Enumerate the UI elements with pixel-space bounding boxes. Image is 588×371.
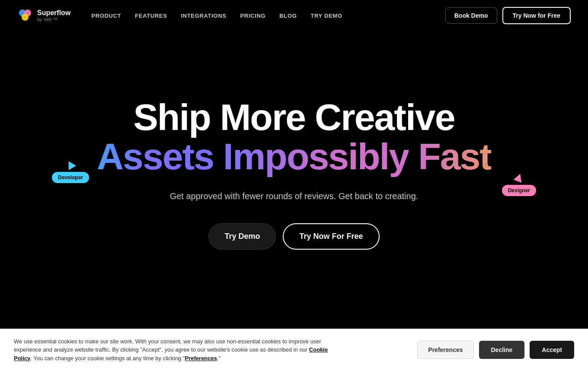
nav-blog[interactable]: BLOG — [279, 13, 297, 19]
cookie-message: We use essential cookies to make our sit… — [14, 338, 321, 353]
nav-links: PRODUCT FEATURES INTEGRATIONS PRICING BL… — [91, 13, 445, 19]
brand-name: Superflow — [37, 9, 70, 17]
navbar: Superflow by Velt ™ PRODUCT FEATURES INT… — [0, 0, 588, 31]
hero-fast-word: Fast — [418, 136, 491, 177]
hero-subtext: Get approved with fewer rounds of review… — [170, 190, 419, 203]
hero-assets-word: Assets — [97, 136, 214, 177]
nav-product[interactable]: PRODUCT — [91, 13, 121, 19]
hero-headline-line1: Ship More Creative — [134, 98, 455, 136]
brand-sub: by Velt ™ — [37, 17, 70, 22]
nav-integrations[interactable]: INTEGRATIONS — [181, 13, 226, 19]
developer-chip: Developer — [52, 172, 89, 183]
cookie-message-end: ." — [217, 355, 220, 361]
hero-section: Developer Designer Ship More Creative As… — [0, 31, 588, 308]
hero-impossibly-word: Impossibly — [223, 136, 409, 177]
accept-button[interactable]: Accept — [530, 341, 574, 359]
logo-icon — [17, 8, 33, 23]
try-now-free-nav-button[interactable]: Try Now for Free — [502, 7, 571, 24]
nav-try-demo[interactable]: TRY DEMO — [310, 13, 342, 19]
try-now-free-hero-button[interactable]: Try Now For Free — [283, 223, 379, 250]
nav-features[interactable]: FEATURES — [135, 13, 167, 19]
logo-text: Superflow by Velt ™ — [37, 9, 70, 22]
svg-point-2 — [22, 14, 29, 21]
decline-button[interactable]: Decline — [479, 341, 525, 359]
cursor-blue-icon — [65, 159, 76, 170]
hero-cta-buttons: Try Demo Try Now For Free — [208, 223, 379, 250]
cookie-message-suffix: . You can change your cookie settings at… — [30, 355, 185, 361]
book-demo-button[interactable]: Book Demo — [445, 7, 497, 24]
cookie-banner: We use essential cookies to make our sit… — [0, 329, 588, 371]
designer-chip: Designer — [502, 185, 536, 196]
cursor-pink-icon — [514, 172, 524, 183]
designer-badge: Designer — [502, 174, 536, 196]
preferences-button[interactable]: Preferences — [417, 341, 473, 359]
logo-link[interactable]: Superflow by Velt ™ — [17, 8, 70, 23]
cookie-buttons: Preferences Decline Accept — [417, 341, 574, 359]
cookie-preferences-inline-link[interactable]: Preferences — [185, 355, 217, 361]
cookie-text: We use essential cookies to make our sit… — [14, 337, 342, 363]
developer-badge: Developer — [52, 161, 89, 183]
try-demo-button[interactable]: Try Demo — [208, 223, 276, 250]
hero-headline-line2: Assets Impossibly Fast — [97, 137, 491, 176]
nav-pricing[interactable]: PRICING — [240, 13, 266, 19]
nav-actions: Book Demo Try Now for Free — [445, 7, 571, 24]
